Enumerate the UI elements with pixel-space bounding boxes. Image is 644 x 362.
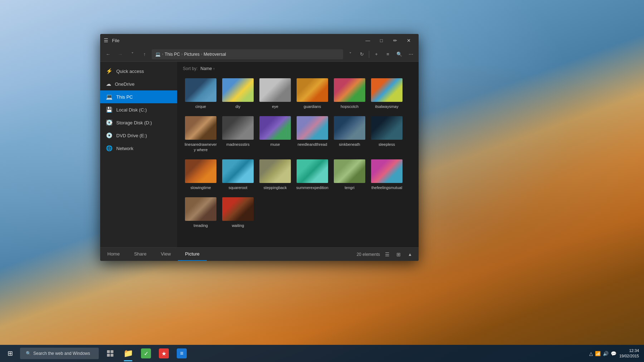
path-metroversal[interactable]: Metroversal [204, 52, 226, 57]
elements-count: 20 elements [357, 252, 380, 257]
sort-value[interactable]: Name ↑ [200, 66, 215, 71]
start-button[interactable]: ⊞ [1, 345, 19, 362]
more-button[interactable]: ⋯ [406, 49, 416, 59]
taskbar-app-green[interactable]: ✓ [137, 345, 155, 362]
window-controls: — □ ✏ ✕ [361, 35, 415, 45]
folder-thumb-needleandthread [297, 116, 328, 140]
folder-item-linesaredrawn[interactable]: linesaredrawnevery where [183, 113, 219, 155]
notification-icon[interactable]: △ [589, 351, 593, 356]
edit-button[interactable]: ✏ [389, 35, 401, 45]
close-button[interactable]: ✕ [402, 35, 415, 45]
folder-name-treading: treading [194, 223, 208, 228]
volume-icon[interactable]: 🔊 [603, 351, 609, 356]
bottom-tab-bar: Home Share View Picture 20 elements ☰ ⊞ … [100, 247, 419, 261]
sidebar-item-label-network: Network [116, 146, 133, 151]
sidebar-item-quick-access[interactable]: ⚡ Quick access [100, 65, 177, 78]
sidebar: ⚡ Quick access ☁ OneDrive 💻 This PC 💾 Lo… [100, 62, 177, 247]
path-thispc[interactable]: This PC [165, 52, 180, 57]
folder-item-itsalwaysmay[interactable]: itsalwaysmay [369, 75, 405, 112]
folder-item-hopscotch[interactable]: hopscotch [332, 75, 367, 112]
folder-item-muse[interactable]: muse [257, 113, 293, 155]
folder-item-guardians[interactable]: guardians [294, 75, 330, 112]
path-dropdown-btn[interactable]: ˅ [345, 49, 355, 59]
sidebar-item-network[interactable]: 🌐 Network [100, 142, 177, 155]
folder-name-squareroot: squareroot [229, 185, 248, 190]
forward-button[interactable]: → [115, 49, 125, 59]
list-view-button[interactable]: ☰ [383, 250, 391, 259]
network-status-icon[interactable]: 📶 [595, 351, 601, 356]
folder-item-sinkbeneath[interactable]: sinkbeneath [332, 113, 367, 155]
refresh-button[interactable]: ↻ [357, 49, 367, 59]
folder-thumb-muse [259, 116, 291, 140]
folder-item-waiting[interactable]: waiting [220, 194, 256, 231]
tab-home[interactable]: Home [100, 248, 127, 261]
folder-item-slowingtime[interactable]: slowingtime [183, 157, 219, 193]
tab-picture[interactable]: Picture [178, 248, 206, 261]
back-button[interactable]: ← [103, 49, 113, 59]
folder-thumb-diy [222, 78, 254, 102]
folder-item-squareroot[interactable]: squareroot [220, 157, 256, 193]
expand-button[interactable]: ▲ [406, 250, 414, 259]
folder-name-guardians: guardians [304, 104, 321, 109]
folder-item-diy[interactable]: diy [220, 75, 256, 112]
green-app-icon: ✓ [141, 348, 151, 358]
bottom-right: 20 elements ☰ ⊞ ▲ [357, 250, 419, 259]
up-button[interactable]: ↑ [140, 49, 150, 59]
tab-share[interactable]: Share [127, 248, 154, 261]
new-tab-button[interactable]: + [371, 49, 381, 59]
sidebar-item-onedrive[interactable]: ☁ OneDrive [100, 78, 177, 90]
folder-item-sleepless[interactable]: sleepless [369, 113, 405, 155]
title-bar: ☰ File — □ ✏ ✕ [100, 34, 419, 47]
folder-name-summerexpedition: summerexpedition [296, 185, 328, 190]
tab-view[interactable]: View [153, 248, 178, 261]
sort-value-text: Name [200, 66, 212, 71]
sidebar-item-label-onedrive: OneDrive [115, 81, 135, 87]
divider [369, 51, 369, 58]
folder-item-tengri[interactable]: tengri [332, 157, 367, 193]
tab-view-label: View [161, 251, 171, 257]
taskbar-app-blue[interactable]: ≡ [173, 345, 190, 362]
taskbar-apps: 📁 ✓ ★ ≡ [102, 345, 190, 362]
taskbar-right: △ 📶 🔊 💬 12:34 19/02/2015 [589, 348, 643, 359]
message-icon[interactable]: 💬 [611, 351, 616, 356]
search-button[interactable]: 🔍 [394, 49, 404, 59]
folder-item-eye[interactable]: eye [257, 75, 293, 112]
minimize-button[interactable]: — [361, 35, 374, 45]
address-path[interactable]: 💻 › This PC › Pictures › Metroversal [152, 49, 343, 59]
sidebar-item-this-pc[interactable]: 💻 This PC [100, 90, 177, 103]
folder-thumb-tengri [334, 159, 365, 183]
maximize-button[interactable]: □ [375, 35, 388, 45]
clock[interactable]: 12:34 19/02/2015 [619, 348, 639, 359]
folder-name-itsalwaysmay: itsalwaysmay [375, 104, 398, 109]
folder-item-needleandthread[interactable]: needleandthread [294, 113, 330, 155]
folder-thumb-thefeelingsmutual [371, 159, 402, 183]
folder-item-cirque[interactable]: cirque [183, 75, 219, 112]
dropdown-button[interactable]: ˅ [127, 49, 137, 59]
taskbar-app-taskview[interactable] [102, 345, 119, 362]
folder-item-treading[interactable]: treading [183, 194, 219, 231]
tab-home-label: Home [107, 251, 120, 257]
taskbar-app-red[interactable]: ★ [155, 345, 172, 362]
sidebar-item-dvd-e[interactable]: 💿 DVD Drive (E:) [100, 129, 177, 142]
taskbar-app-file-explorer[interactable]: 📁 [119, 345, 137, 362]
system-icons: △ 📶 🔊 💬 [589, 351, 616, 356]
clock-date: 19/02/2015 [619, 353, 639, 359]
content-area: Sort by: Name ↑ cirque diy ey [177, 62, 419, 247]
folder-item-thefeelingsmutual[interactable]: thefeelingsmutual [369, 157, 405, 193]
search-bar[interactable]: 🔍 Search the web and Windows [20, 348, 99, 359]
folder-name-steppingback: steppingback [264, 185, 287, 190]
network-icon: 🌐 [106, 145, 113, 152]
folder-item-steppingback[interactable]: steppingback [257, 157, 293, 193]
menu-icon[interactable]: ☰ [104, 38, 108, 43]
grid-view-button[interactable]: ⊞ [394, 250, 403, 259]
path-pictures[interactable]: Pictures [184, 52, 199, 57]
folder-thumb-waiting [222, 197, 254, 221]
search-placeholder: Search the web and Windows [33, 351, 90, 356]
sidebar-item-local-c[interactable]: 💾 Local Disk (C:) [100, 103, 177, 116]
view-options-button[interactable]: ≡ [383, 49, 393, 59]
file-explorer-window: ☰ File — □ ✏ ✕ ← → ˅ ↑ 💻 › This PC › Pic… [100, 34, 419, 261]
folder-item-summerexpedition[interactable]: summerexpedition [294, 157, 330, 193]
file-explorer-taskbar-icon: 📁 [123, 348, 133, 358]
sidebar-item-storage-d[interactable]: 💽 Storage Disk (D:) [100, 116, 177, 129]
folder-item-madnessstirs[interactable]: madnessstirs [220, 113, 256, 155]
